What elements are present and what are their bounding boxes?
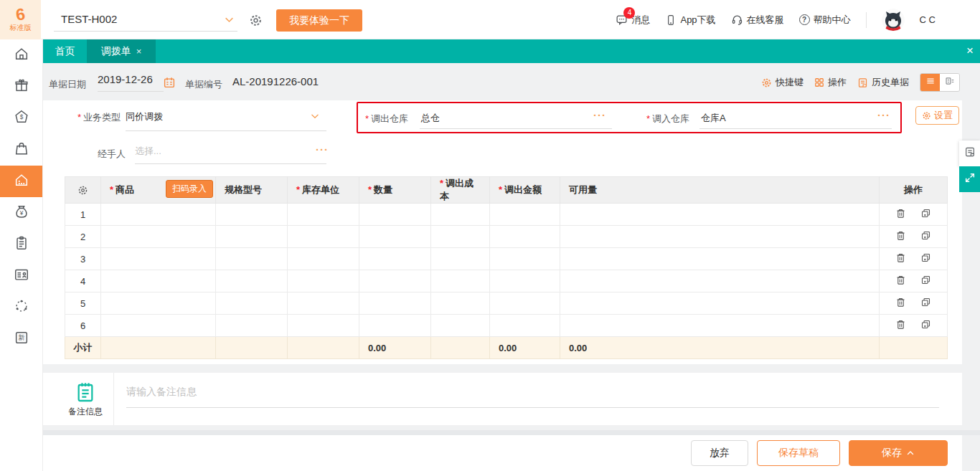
company-select[interactable]: TEST-H002: [54, 8, 237, 32]
delete-row-icon[interactable]: [895, 232, 906, 243]
cell-cost[interactable]: [431, 292, 490, 315]
tab-close-icon[interactable]: ×: [136, 46, 142, 57]
note-float-button[interactable]: [959, 141, 980, 166]
sidebar-item-new[interactable]: 新: [0, 323, 42, 355]
handler-input[interactable]: [135, 146, 314, 156]
tabbar-close-icon[interactable]: ×: [966, 44, 974, 58]
cell-unit[interactable]: [288, 292, 359, 315]
in-warehouse-picker-icon[interactable]: ···: [877, 109, 890, 121]
sidebar-item-funds[interactable]: ¥: [0, 197, 42, 229]
in-warehouse-value[interactable]: 仓库A: [701, 112, 726, 125]
save-draft-button[interactable]: 保存草稿: [757, 440, 840, 466]
cell-qty[interactable]: [359, 315, 431, 337]
business-type-value[interactable]: 同价调拨: [126, 110, 163, 123]
help-center-item[interactable]: ? 帮助中心: [799, 14, 851, 27]
experience-button[interactable]: 我要体验一下: [276, 9, 362, 32]
copy-row-icon[interactable]: [920, 210, 931, 221]
cell-cost[interactable]: [431, 204, 490, 226]
cell-product[interactable]: [101, 204, 216, 226]
sidebar-item-orders[interactable]: [0, 229, 42, 260]
cell-spec[interactable]: [216, 248, 288, 270]
cell-cost[interactable]: [431, 248, 490, 270]
cell-qty[interactable]: [359, 226, 431, 248]
cell-product[interactable]: [101, 248, 216, 270]
cell-unit[interactable]: [288, 226, 359, 248]
sidebar-item-contacts[interactable]: [0, 260, 42, 292]
delete-row-icon[interactable]: [895, 210, 906, 221]
cell-amount[interactable]: [490, 226, 560, 248]
user-name[interactable]: C C: [920, 14, 936, 25]
copy-row-icon[interactable]: [920, 321, 931, 332]
scan-entry-button[interactable]: 扫码录入: [166, 180, 213, 198]
actions-button[interactable]: 操作: [814, 76, 847, 89]
handler-picker-icon[interactable]: ···: [316, 143, 329, 156]
cell-product[interactable]: [101, 270, 216, 292]
cell-spec[interactable]: [216, 292, 288, 315]
cell-qty[interactable]: [359, 292, 431, 315]
cell-spec[interactable]: [216, 226, 288, 248]
cell-product[interactable]: [101, 226, 216, 248]
cell-unit[interactable]: [288, 248, 359, 270]
cell-cost[interactable]: [431, 270, 490, 292]
discard-button[interactable]: 放弃: [691, 440, 748, 466]
cell-cost[interactable]: [431, 226, 490, 248]
out-warehouse-picker-icon[interactable]: ···: [593, 109, 606, 121]
cell-qty[interactable]: [359, 270, 431, 292]
column-settings-header[interactable]: [65, 177, 101, 204]
tab-transfer-order[interactable]: 调拨单 ×: [87, 39, 156, 63]
cell-unit[interactable]: [288, 315, 359, 337]
view-toggle-form[interactable]: [940, 74, 959, 91]
copy-row-icon[interactable]: [920, 232, 931, 243]
shortcuts-label: 快捷键: [776, 76, 804, 89]
shortcuts-button[interactable]: 快捷键: [761, 76, 804, 89]
out-warehouse-value[interactable]: 总仓: [421, 112, 440, 125]
delete-row-icon[interactable]: [895, 277, 906, 287]
handler-field[interactable]: [135, 144, 314, 157]
copy-row-icon[interactable]: [920, 277, 931, 287]
settings-button[interactable]: 设置: [915, 106, 959, 125]
cell-amount[interactable]: [490, 292, 560, 315]
remark-field[interactable]: [126, 385, 937, 398]
subtotal-product: [101, 337, 216, 359]
cell-spec[interactable]: [216, 204, 288, 226]
cell-product[interactable]: [101, 292, 216, 315]
cell-spec[interactable]: [216, 315, 288, 337]
cell-qty[interactable]: [359, 248, 431, 270]
header-gear-icon[interactable]: [249, 14, 263, 30]
fullscreen-float-button[interactable]: [959, 166, 980, 192]
cell-qty[interactable]: [359, 204, 431, 226]
tab-bar: 首页 调拨单 × ×: [43, 39, 980, 63]
app-download-item[interactable]: App下载: [665, 14, 715, 27]
save-button[interactable]: 保存: [849, 440, 948, 466]
sidebar-item-network[interactable]: [0, 292, 42, 323]
copy-row-icon[interactable]: [920, 299, 931, 310]
calendar-icon[interactable]: [163, 76, 176, 92]
sidebar-item-home[interactable]: [0, 39, 42, 71]
view-toggle-list[interactable]: [920, 74, 940, 91]
cell-unit[interactable]: [288, 270, 359, 292]
messages-item[interactable]: 4 消息: [616, 14, 650, 27]
avatar[interactable]: [882, 9, 905, 32]
cell-amount[interactable]: [490, 315, 560, 337]
sidebar-item-gift[interactable]: [0, 71, 42, 103]
business-type-chevron-icon[interactable]: [310, 111, 320, 124]
copy-row-icon[interactable]: [920, 254, 931, 265]
online-service-item[interactable]: 在线客服: [731, 14, 784, 27]
remark-input[interactable]: [126, 386, 937, 397]
cell-unit[interactable]: [288, 204, 359, 226]
cell-spec[interactable]: [216, 270, 288, 292]
sidebar-item-inventory[interactable]: [0, 166, 42, 197]
sidebar-item-sales[interactable]: $: [0, 103, 42, 134]
tab-home[interactable]: 首页: [43, 39, 87, 63]
delete-row-icon[interactable]: [895, 299, 906, 310]
cell-amount[interactable]: [490, 270, 560, 292]
date-field[interactable]: 2019-12-26: [98, 73, 164, 92]
history-button[interactable]: 历史单据: [857, 76, 909, 89]
delete-row-icon[interactable]: [895, 254, 906, 265]
delete-row-icon[interactable]: [895, 321, 906, 332]
cell-amount[interactable]: [490, 204, 560, 226]
sidebar-item-purchase[interactable]: [0, 134, 42, 166]
cell-product[interactable]: [101, 315, 216, 337]
cell-amount[interactable]: [490, 248, 560, 270]
cell-cost[interactable]: [431, 315, 490, 337]
